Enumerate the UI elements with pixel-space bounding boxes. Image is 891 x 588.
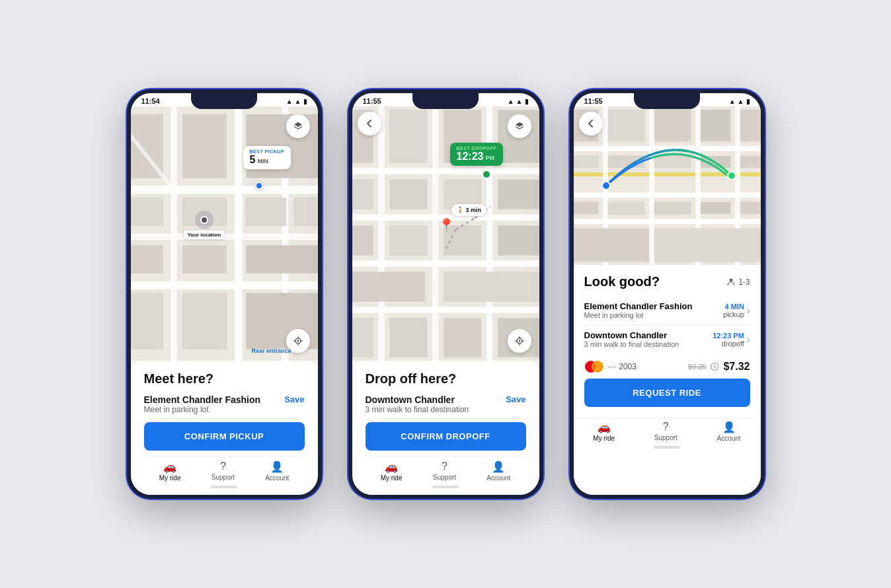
phone-2-frame: 11:55 ▲ ▲ ▮ (348, 89, 543, 499)
svg-rect-52 (444, 318, 481, 357)
nav-support-1[interactable]: ? Support (212, 460, 235, 482)
layers-button-1[interactable] (286, 114, 310, 138)
phone-3-time: 11:55 (584, 97, 603, 105)
svg-rect-1 (131, 186, 318, 194)
phone-3-map-svg (574, 106, 761, 265)
confirm-dropoff-button[interactable]: CONFIRM DROPOFF (366, 422, 526, 451)
look-good-title: Look good? (584, 274, 660, 289)
svg-rect-34 (432, 106, 438, 361)
svg-rect-37 (389, 110, 426, 163)
back-button-3[interactable] (579, 112, 603, 135)
pickup-badge: BEST PICKUP 5 MIN (243, 146, 291, 169)
nav-account-label-3: Account (717, 435, 741, 442)
phone-2-location-name: Downtown Chandler (366, 394, 469, 405)
nav-account-1[interactable]: 👤 Account (265, 460, 289, 482)
phone-1-bottom-sheet: Meet here? Element Chandler Fashion Meet… (131, 361, 318, 495)
svg-rect-13 (293, 198, 317, 225)
svg-rect-77 (574, 156, 598, 168)
wifi-icon: ▲ (286, 98, 293, 105)
svg-rect-8 (182, 114, 226, 178)
nav-account-2[interactable]: 👤 Account (486, 460, 510, 482)
dropoff-pin: 📍 (438, 217, 455, 233)
nav-account-3[interactable]: 👤 Account (717, 421, 741, 442)
payment-row: ···· 2003 $9.25 $7.32 (584, 353, 750, 373)
svg-rect-14 (131, 246, 163, 274)
svg-rect-67 (574, 219, 761, 224)
svg-point-23 (297, 340, 299, 342)
dropoff-option[interactable]: Downtown Chandler 3 min walk to final de… (584, 325, 750, 353)
battery-icon-2: ▮ (525, 98, 529, 105)
phone-3-frame: 11:55 ▲ ▲ ▮ (570, 89, 765, 499)
phone-2-save-button[interactable]: Save (506, 394, 525, 404)
your-location-pin: Your location (184, 211, 225, 239)
svg-rect-18 (182, 293, 226, 349)
svg-rect-44 (352, 226, 373, 255)
svg-rect-47 (498, 226, 539, 255)
phone-1-location-name: Element Chandler Fashion (144, 394, 261, 405)
pickup-type: pickup (723, 311, 744, 318)
request-ride-button[interactable]: REQUEST RIDE (584, 379, 750, 407)
wifi-icon-3: ▲ (729, 98, 736, 105)
phone-1-sheet-title: Meet here? (144, 371, 305, 386)
phone-3-bottom-nav: 🚗 My ride ? Support 👤 Account (574, 418, 761, 443)
location-button-2[interactable] (508, 329, 531, 353)
nav-my-ride-1[interactable]: 🚗 My ride (159, 460, 181, 482)
nav-account-label-1: Account (265, 474, 289, 482)
svg-rect-86 (740, 202, 761, 214)
nav-my-ride-label-2: My ride (381, 474, 403, 482)
svg-rect-66 (574, 192, 761, 198)
phone-1-frame: 11:54 ▲ ▲ ▮ (127, 89, 322, 499)
account-icon-2: 👤 (492, 460, 505, 473)
svg-rect-84 (654, 202, 691, 214)
svg-point-89 (602, 182, 610, 190)
ride-icon-1: 🚗 (163, 460, 176, 473)
svg-rect-4 (171, 106, 177, 361)
back-button-2[interactable] (358, 112, 381, 135)
phone-1-bottom-nav: 🚗 My ride ? Support 👤 Account (144, 456, 305, 483)
svg-rect-73 (608, 110, 644, 141)
nav-support-2[interactable]: ? Support (433, 460, 456, 482)
svg-rect-76 (740, 110, 761, 141)
svg-rect-5 (234, 106, 242, 361)
walk-time-bubble: 🚶 3 min (451, 204, 487, 216)
svg-rect-79 (654, 156, 691, 168)
location-button-1[interactable] (286, 329, 310, 353)
nav-support-label-2: Support (433, 474, 456, 481)
svg-rect-15 (182, 246, 226, 274)
signal-icon-3: ▲ (738, 98, 744, 105)
nav-support-3[interactable]: ? Support (654, 421, 678, 442)
svg-rect-83 (608, 202, 644, 214)
pickup-min: 4 MIN (723, 303, 744, 311)
svg-rect-81 (740, 156, 761, 168)
svg-rect-16 (246, 246, 317, 274)
nav-support-label-1: Support (212, 474, 235, 481)
support-icon-2: ? (442, 460, 447, 472)
phone-1-save-button[interactable]: Save (284, 394, 304, 404)
signal-icon-2: ▲ (516, 98, 523, 105)
card-number: ···· 2003 (608, 362, 637, 371)
nav-account-label-2: Account (486, 474, 510, 482)
svg-point-91 (730, 278, 733, 281)
walk-icon: 🚶 (457, 207, 464, 213)
phone-2-location-sub: 3 min walk to final destination (366, 405, 469, 414)
ride-icon-3: 🚗 (598, 421, 611, 433)
rear-entrance-link[interactable]: Rear entrance (251, 348, 291, 354)
svg-rect-51 (389, 318, 426, 357)
dropoff-badge: BEST DROPOFF 12:23 PM (450, 143, 504, 166)
phone-1-map: BEST PICKUP 5 MIN Your location (131, 106, 318, 361)
layers-button-2[interactable] (508, 114, 531, 138)
pickup-option-sub: Meet in parking lot (584, 311, 693, 319)
confirm-pickup-button[interactable]: CONFIRM PICKUP (144, 422, 305, 451)
nav-my-ride-2[interactable]: 🚗 My ride (381, 460, 403, 482)
phone-2-map: BEST DROPOFF 12:23 PM 🚶 3 min � (352, 106, 539, 361)
nav-my-ride-3[interactable]: 🚗 My ride (593, 421, 615, 442)
svg-rect-12 (246, 198, 286, 225)
pickup-option-name: Element Chandler Fashion (584, 301, 693, 311)
phone-3-confirm-area: REQUEST RIDE (574, 373, 761, 418)
svg-rect-33 (378, 106, 384, 361)
signal-icon: ▲ (295, 98, 301, 105)
pickup-option[interactable]: Element Chandler Fashion Meet in parking… (584, 296, 750, 325)
wifi-icon-2: ▲ (508, 98, 514, 105)
svg-rect-40 (352, 180, 373, 209)
svg-rect-88 (654, 229, 761, 262)
